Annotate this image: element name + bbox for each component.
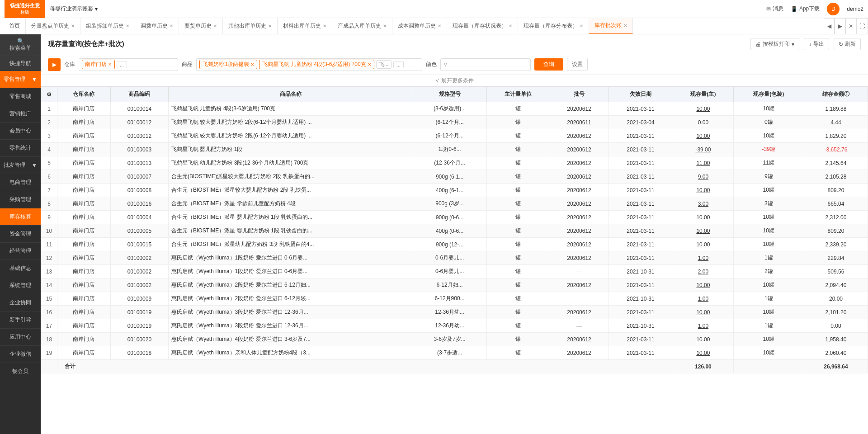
tab-cailiao-close[interactable]: ✕ (323, 24, 326, 28)
warehouse-tag-close[interactable]: ✕ (108, 62, 112, 67)
sidebar-item-finance[interactable]: 资金管理 (0, 226, 41, 243)
row-qty-main[interactable]: 10.00 (673, 333, 733, 346)
tab-diaobo[interactable]: 调拨单历史 ✕ (135, 18, 179, 34)
sidebar-item-basic-info[interactable]: 基础信息 (0, 260, 41, 277)
warehouse-more[interactable]: ... (117, 61, 127, 68)
row-qty-main[interactable]: 10.00 (673, 224, 733, 238)
sidebar-item-weixin[interactable]: 企业微信 (0, 346, 41, 363)
sidebar-item-retail-mgmt[interactable]: 零售管理 ▼ (0, 71, 41, 88)
tab-home[interactable]: 首页 (4, 18, 26, 34)
tab-pici-close[interactable]: ✕ (623, 23, 627, 28)
row-qty-main[interactable]: 9.00 (673, 170, 733, 184)
logo[interactable]: 畅捷通好生意 标版 (5, 0, 45, 18)
sidebar-item-retail-shop[interactable]: 零售商城 (0, 88, 41, 105)
color-filter-input[interactable]: ∨ (440, 58, 531, 71)
row-qty-main[interactable]: 2.00 (673, 265, 733, 278)
print-dropdown-icon: ▾ (792, 41, 794, 47)
tab-zuzhuang-close[interactable]: ✕ (126, 24, 129, 28)
tab-chengben[interactable]: 成本调整单历史 ✕ (392, 18, 447, 34)
tab-next-arrow[interactable]: ▶ (835, 18, 845, 34)
row-qty-main[interactable]: 0.00 (673, 116, 733, 129)
username[interactable]: demo2 (847, 6, 863, 12)
query-button[interactable]: 查询 (534, 58, 563, 71)
product-ellipsis[interactable]: ... (393, 61, 404, 68)
app-download-button[interactable]: 📱 App下载 (791, 5, 820, 13)
row-qty-main[interactable]: 10.00 (673, 306, 733, 319)
sidebar-item-wholesale[interactable]: 批发管理 ▼ (0, 157, 41, 174)
sidebar-item-operations[interactable]: 经营管理 (0, 243, 41, 260)
row-qty-main[interactable]: 1.00 (673, 292, 733, 306)
tab-diaobo-close[interactable]: ✕ (170, 24, 173, 28)
sidebar-quick-nav[interactable]: 快捷导航 (0, 56, 41, 71)
tab-close-all[interactable]: ✕ (845, 18, 856, 34)
sidebar-item-vip[interactable]: 畅会员 (0, 363, 41, 380)
sidebar-item-membership[interactable]: 会员中心 (0, 123, 41, 140)
product-filter-input[interactable]: 飞鹤奶粉3段两提装 ✕ 飞鹤星飞帆 儿童奶粉 4段(3-6岁适用) 700克 ✕… (196, 58, 422, 71)
row-qty-pkg: 10罐 (733, 306, 804, 319)
sidebar-item-retail-stats[interactable]: 零售统计 (0, 140, 41, 157)
tab-pici[interactable]: 库存批次账 ✕ (589, 18, 633, 34)
sidebar-item-marketing[interactable]: 营销推广 (0, 105, 41, 123)
tab-qita[interactable]: 其他出库单历史 ✕ (223, 18, 278, 34)
tab-chengben-close[interactable]: ✕ (438, 24, 441, 28)
tab-yaohuo[interactable]: 要货单历史 ✕ (179, 18, 223, 34)
print-button[interactable]: 🖨 按模板打印 ▾ (750, 38, 799, 50)
sidebar-item-system[interactable]: 系统管理 (0, 277, 41, 294)
expand-more-row[interactable]: ∨ 展开更多条件 (41, 75, 868, 86)
tab-qita-close[interactable]: ✕ (268, 24, 272, 28)
product-more[interactable]: 飞... (376, 60, 392, 69)
total-pkg (733, 360, 804, 373)
tab-chengpin-close[interactable]: ✕ (383, 24, 387, 28)
row-qty-main[interactable]: 11.00 (673, 156, 733, 170)
sidebar-item-app-center[interactable]: 应用中心 (0, 329, 41, 346)
messages-button[interactable]: ✉ 消息 (766, 5, 783, 13)
avatar[interactable]: D (827, 3, 840, 15)
row-qty-main[interactable]: 10.00 (673, 346, 733, 360)
row-qty-main[interactable]: 10.00 (673, 238, 733, 251)
row-qty-main[interactable]: 10.00 (673, 129, 733, 143)
tab-maximize[interactable]: ⛶ (856, 18, 868, 34)
row-qty-main[interactable]: 3.00 (673, 197, 733, 211)
row-qty-main[interactable]: 10.00 (673, 211, 733, 224)
tab-prev-arrow[interactable]: ◀ (824, 18, 835, 34)
row-unit: 罐 (486, 129, 550, 143)
tab-fenliang-close[interactable]: ✕ (71, 24, 75, 28)
tab-zuzhuang[interactable]: 组装拆卸单历史 ✕ (80, 18, 135, 34)
filter-expand-button[interactable]: ▶ (48, 58, 61, 71)
sidebar-item-ecommerce[interactable]: 电商管理 (0, 174, 41, 191)
row-balance: 2,312.00 (804, 211, 868, 224)
sidebar-search[interactable]: 🔍 搜索菜单 (0, 34, 41, 56)
row-qty-main[interactable]: 10.00 (673, 184, 733, 197)
tab-xiancun1-close[interactable]: ✕ (509, 24, 512, 28)
row-num: 10 (41, 224, 57, 238)
tab-cailiao[interactable]: 材料出库单历史 ✕ (278, 18, 332, 34)
sidebar-item-enterprise[interactable]: 企业协同 (0, 294, 41, 311)
settings-button[interactable]: 设置 (567, 58, 588, 71)
row-num: 19 (41, 346, 57, 360)
total-row: 合计 126.00 26,968.64 (41, 360, 868, 373)
row-qty-main[interactable]: 1.00 (673, 319, 733, 333)
tab-chengpin[interactable]: 产成品入库单历史 ✕ (332, 18, 392, 34)
tab-xiancun1[interactable]: 现存量（库存状况表） ✕ (447, 18, 518, 34)
row-batch: 20200612 (550, 156, 608, 170)
warehouse-filter-input[interactable]: 南岸门店 ✕ ... (79, 58, 178, 71)
row-qty-pkg: -39罐 (733, 143, 804, 156)
row-balance: 20.00 (804, 292, 868, 306)
account-selector[interactable]: 母婴行业演示账套 ▾ (50, 5, 99, 13)
product-tag-1-close[interactable]: ✕ (250, 62, 254, 67)
row-qty-main[interactable]: -39.00 (673, 143, 733, 156)
refresh-button[interactable]: ↻ 刷新 (834, 38, 861, 50)
row-qty-main[interactable]: 10.00 (673, 278, 733, 292)
tab-xiancun2[interactable]: 现存量（库存分布表） ✕ (518, 18, 589, 34)
tab-xiancun2-close[interactable]: ✕ (580, 24, 583, 28)
sidebar-item-purchase[interactable]: 采购管理 (0, 191, 41, 208)
tab-yaohuo-close[interactable]: ✕ (213, 24, 217, 28)
product-tag-2-close[interactable]: ✕ (368, 62, 371, 67)
sidebar-item-guide[interactable]: 新手引导 (0, 311, 41, 329)
export-button[interactable]: ↓ 导出 (804, 38, 829, 50)
col-settings[interactable]: ⚙ (41, 87, 57, 102)
row-qty-main[interactable]: 10.00 (673, 102, 733, 116)
tab-fenliang[interactable]: 分量盘点单历史 ✕ (26, 18, 80, 34)
row-qty-main[interactable]: 1.00 (673, 251, 733, 265)
sidebar-item-inventory[interactable]: 库存核算 (0, 208, 41, 226)
